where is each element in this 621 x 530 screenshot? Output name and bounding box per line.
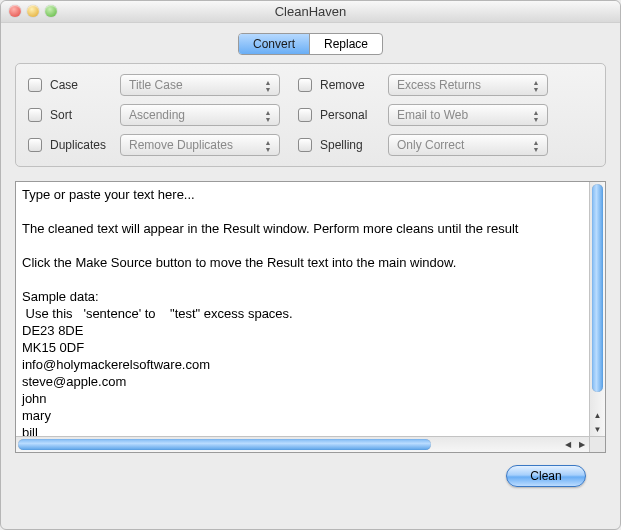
close-icon[interactable]: [9, 5, 21, 17]
remove-select-value: Excess Returns: [397, 78, 481, 92]
title-bar: CleanHaven: [1, 1, 620, 23]
sort-label: Sort: [50, 108, 120, 122]
duplicates-select-value: Remove Duplicates: [129, 138, 233, 152]
case-label: Case: [50, 78, 120, 92]
sort-checkbox[interactable]: [28, 108, 42, 122]
updown-icon: ▲▼: [261, 137, 275, 155]
footer: Clean: [15, 453, 606, 487]
arrow-down-icon[interactable]: ▼: [590, 422, 605, 436]
case-select[interactable]: Title Case ▲▼: [120, 74, 280, 96]
window-title: CleanHaven: [1, 4, 620, 19]
spelling-select-value: Only Correct: [397, 138, 464, 152]
clean-button[interactable]: Clean: [506, 465, 586, 487]
updown-icon: ▲▼: [261, 107, 275, 125]
personal-checkbox[interactable]: [298, 108, 312, 122]
options-panel: Case Title Case ▲▼ Remove Excess Returns…: [15, 63, 606, 167]
app-window: CleanHaven Convert Replace Case Title Ca…: [0, 0, 621, 530]
minimize-icon[interactable]: [27, 5, 39, 17]
arrow-left-icon[interactable]: ◀: [561, 437, 575, 452]
text-area-container: Type or paste your text here... The clea…: [15, 181, 606, 453]
vertical-scroll-thumb[interactable]: [592, 184, 603, 392]
personal-select[interactable]: Email to Web ▲▼: [388, 104, 548, 126]
vertical-scrollbar[interactable]: ▲ ▼: [589, 182, 605, 436]
remove-label: Remove: [320, 78, 388, 92]
updown-icon: ▲▼: [529, 77, 543, 95]
zoom-icon[interactable]: [45, 5, 57, 17]
duplicates-checkbox[interactable]: [28, 138, 42, 152]
personal-label: Personal: [320, 108, 388, 122]
traffic-lights: [9, 5, 57, 17]
updown-icon: ▲▼: [529, 107, 543, 125]
case-checkbox[interactable]: [28, 78, 42, 92]
arrow-up-icon[interactable]: ▲: [590, 408, 605, 422]
horizontal-scrollbar[interactable]: ◀ ▶: [16, 436, 589, 452]
arrow-right-icon[interactable]: ▶: [575, 437, 589, 452]
tab-bar: Convert Replace: [15, 33, 606, 55]
tab-convert[interactable]: Convert: [239, 34, 309, 54]
content-area: Convert Replace Case Title Case ▲▼ Remov…: [1, 23, 620, 487]
segmented-control: Convert Replace: [238, 33, 383, 55]
duplicates-select[interactable]: Remove Duplicates ▲▼: [120, 134, 280, 156]
sort-select[interactable]: Ascending ▲▼: [120, 104, 280, 126]
remove-select[interactable]: Excess Returns ▲▼: [388, 74, 548, 96]
remove-checkbox[interactable]: [298, 78, 312, 92]
case-select-value: Title Case: [129, 78, 183, 92]
main-text-input[interactable]: Type or paste your text here... The clea…: [16, 182, 589, 436]
sort-select-value: Ascending: [129, 108, 185, 122]
updown-icon: ▲▼: [261, 77, 275, 95]
spelling-label: Spelling: [320, 138, 388, 152]
personal-select-value: Email to Web: [397, 108, 468, 122]
duplicates-label: Duplicates: [50, 138, 120, 152]
spelling-select[interactable]: Only Correct ▲▼: [388, 134, 548, 156]
scroll-corner: [589, 436, 605, 452]
tab-replace[interactable]: Replace: [309, 34, 382, 54]
updown-icon: ▲▼: [529, 137, 543, 155]
horizontal-scroll-thumb[interactable]: [18, 439, 431, 450]
spelling-checkbox[interactable]: [298, 138, 312, 152]
